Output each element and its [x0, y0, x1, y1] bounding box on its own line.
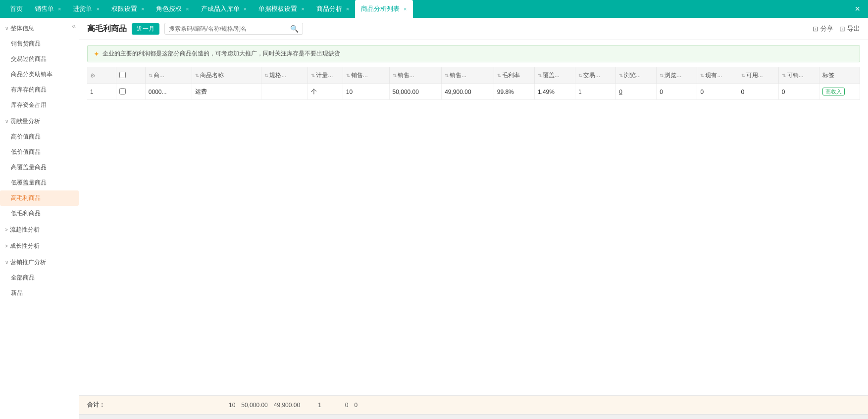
search-box: 🔍	[164, 23, 303, 35]
content-area: 高毛利商品 近一月 🔍 ⊡ 分享 ⊡ 导出 ✦ 企业的主要的利润都是这部分商品创…	[79, 18, 868, 419]
nav-item-销售单[interactable]: 销售单×	[29, 0, 67, 18]
nav-close-icon[interactable]: ×	[96, 6, 99, 12]
sidebar-item[interactable]: 高价值商品	[0, 129, 79, 144]
footer-cell	[196, 402, 202, 409]
nav-close-icon[interactable]: ×	[404, 6, 407, 12]
nav-item-首页[interactable]: 首页	[4, 0, 29, 18]
nav-item-权限设置[interactable]: 权限设置×	[105, 0, 150, 18]
nav-close-icon[interactable]: ×	[186, 6, 189, 12]
sidebar-item[interactable]: 交易过的商品	[0, 51, 79, 67]
bottom-scrollbar[interactable]	[79, 414, 868, 419]
search-input[interactable]	[169, 25, 287, 32]
footer-cell	[336, 402, 342, 409]
footer-cell	[324, 402, 330, 409]
sidebar-group: >流趋性分析	[0, 222, 79, 237]
column-label: 商品名称	[200, 72, 224, 79]
table-column-header[interactable]: ⇅销售...	[343, 67, 389, 84]
table-column-header[interactable]: ⇅浏览...	[616, 67, 657, 84]
sidebar-item[interactable]: 商品分类助销率	[0, 67, 79, 82]
sidebar-item[interactable]: 高毛利商品	[0, 190, 79, 206]
expand-arrow-icon: >	[5, 227, 8, 233]
sidebar-item[interactable]: 有库存的商品	[0, 82, 79, 97]
sidebar-item[interactable]: 低毛利商品	[0, 206, 79, 221]
nav-close-icon[interactable]: ×	[346, 6, 349, 12]
sort-icon: ⇅	[741, 73, 745, 78]
table-cell: 0	[657, 84, 697, 100]
table-column-header[interactable]: ⇅规格...	[261, 67, 308, 84]
table-column-header[interactable]: ⇅计量...	[308, 67, 343, 84]
share-button[interactable]: ⊡ 分享	[813, 24, 833, 33]
expand-arrow-icon: ∨	[5, 26, 8, 31]
table-link[interactable]: 0	[619, 89, 622, 95]
row-checkbox[interactable]	[119, 88, 126, 94]
sidebar-item[interactable]: 低覆盖量商品	[0, 175, 79, 190]
sidebar-collapse-button[interactable]: «	[72, 22, 76, 30]
sort-icon: ⇅	[782, 73, 786, 78]
table-column-header[interactable]: ⇅覆盖...	[534, 67, 575, 84]
table-column-header[interactable]: ⇅可销...	[778, 67, 819, 84]
nav-item-商品分析[interactable]: 商品分析×	[310, 0, 355, 18]
sidebar-item[interactable]: 新品	[0, 285, 79, 301]
sidebar-group-label: 流趋性分析	[10, 226, 40, 234]
gear-icon[interactable]: ⚙	[90, 72, 96, 79]
column-label: 计量...	[316, 72, 333, 79]
sort-icon: ⇅	[445, 73, 449, 78]
close-all-button[interactable]: ×	[851, 4, 864, 14]
nav-item-商品分析列表[interactable]: 商品分析列表×	[355, 0, 412, 18]
table-column-header: ⚙	[87, 67, 116, 84]
select-all-checkbox[interactable]	[119, 72, 126, 78]
table-column-header[interactable]: ⇅现有...	[697, 67, 738, 84]
table-column-header[interactable]: ⇅浏览...	[657, 67, 697, 84]
nav-item-进货单[interactable]: 进货单×	[67, 0, 105, 18]
export-button[interactable]: ⊡ 导出	[839, 24, 860, 33]
sort-icon: ⇅	[393, 73, 397, 78]
column-label: 现有...	[705, 72, 722, 79]
expand-arrow-icon: ∨	[5, 119, 8, 124]
sidebar-group-header[interactable]: ∨营销推广分析	[0, 255, 79, 270]
table-wrapper: ⚙⇅商...⇅商品名称⇅规格...⇅计量...⇅销售...⇅销售...⇅销售..…	[87, 67, 860, 395]
table-column-header[interactable]: ⇅商...	[145, 67, 192, 84]
table-column-header[interactable]: ⇅商品名称	[192, 67, 261, 84]
footer-cell	[360, 402, 366, 409]
sidebar-item[interactable]: 高覆盖量商品	[0, 160, 79, 175]
table-column-header[interactable]: ⇅交易...	[575, 67, 616, 84]
sidebar: « ∨整体信息销售货商品交易过的商品商品分类助销率有库存的商品库存资金占用∨贡献…	[0, 18, 79, 419]
nav-close-icon[interactable]: ×	[244, 6, 247, 12]
sidebar-item[interactable]: 全部商品	[0, 270, 79, 285]
sidebar-group-header[interactable]: >成长性分析	[0, 238, 79, 254]
sidebar-item[interactable]: 库存资金占用	[0, 97, 79, 113]
column-label: 规格...	[269, 72, 286, 79]
share-icon: ⊡	[813, 25, 818, 33]
nav-close-icon[interactable]: ×	[301, 6, 304, 12]
search-icon[interactable]: 🔍	[290, 25, 299, 33]
sidebar-group-header[interactable]: >流趋性分析	[0, 222, 79, 237]
table-column-header: 标签	[819, 67, 860, 84]
table-column-header[interactable]: ⇅销售...	[442, 67, 494, 84]
table-column-header[interactable]: ⇅毛利率	[494, 67, 534, 84]
footer-cell	[208, 402, 214, 409]
table-column-header[interactable]: ⇅可用...	[738, 67, 778, 84]
footer-cell: 49,900.00	[271, 402, 303, 409]
sidebar-group-label: 营销推广分析	[10, 258, 46, 267]
sort-icon: ⇅	[149, 73, 153, 78]
sidebar-item[interactable]: 低价值商品	[0, 144, 79, 160]
table-column-header[interactable]: ⇅销售...	[389, 67, 442, 84]
sidebar-group: ∨营销推广分析全部商品新品	[0, 255, 79, 301]
sort-icon: ⇅	[700, 73, 704, 78]
nav-item-角色授权[interactable]: 角色授权×	[150, 0, 195, 18]
footer-cell: 10	[226, 402, 238, 409]
sidebar-group-header[interactable]: ∨贡献量分析	[0, 114, 79, 129]
table-cell: 10	[343, 84, 389, 100]
sort-icon: ⇅	[578, 73, 582, 78]
table-cell: 0	[778, 84, 819, 100]
table-column-header	[116, 67, 146, 84]
nav-close-icon[interactable]: ×	[141, 6, 144, 12]
nav-item-单据模板设置[interactable]: 单据模板设置×	[253, 0, 310, 18]
sidebar-group-header[interactable]: ∨整体信息	[0, 21, 79, 36]
column-label: 浏览...	[624, 72, 641, 79]
time-filter-button[interactable]: 近一月	[132, 23, 159, 35]
table-cell: 0	[697, 84, 738, 100]
nav-close-icon[interactable]: ×	[58, 6, 61, 12]
nav-item-产成品入库单[interactable]: 产成品入库单×	[195, 0, 253, 18]
sidebar-item[interactable]: 销售货商品	[0, 36, 79, 51]
